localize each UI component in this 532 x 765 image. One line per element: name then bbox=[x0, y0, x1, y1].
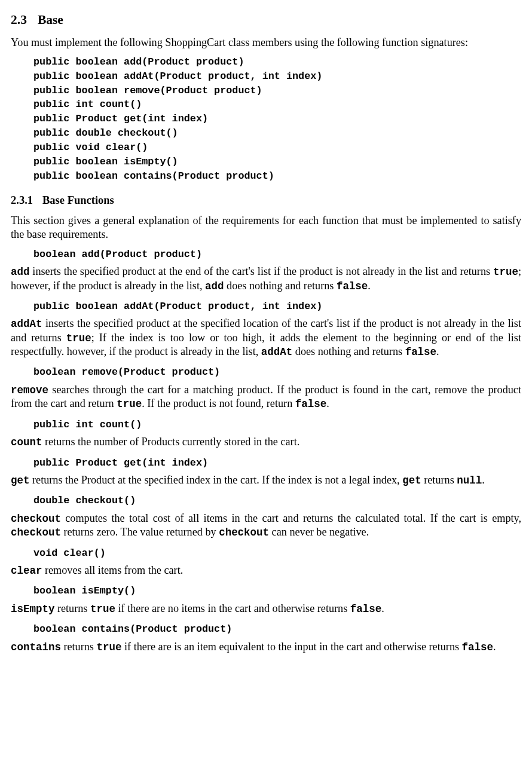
section-title: Base bbox=[38, 13, 63, 27]
function-signature: boolean contains(Product product) bbox=[33, 623, 521, 636]
function-signature: public Product get(int index) bbox=[33, 457, 521, 470]
function-signature: void clear() bbox=[33, 547, 521, 560]
function-description: remove searches through the cart for a m… bbox=[11, 383, 521, 411]
function-description: addAt inserts the specified product at t… bbox=[11, 317, 521, 359]
function-description: contains returns true if there are is an… bbox=[11, 640, 521, 654]
subsection-intro: This section gives a general explanation… bbox=[11, 214, 521, 242]
function-descriptions: boolean add(Product product)add inserts … bbox=[11, 248, 521, 654]
function-signature: boolean add(Product product) bbox=[33, 248, 521, 261]
function-signature: public int count() bbox=[33, 418, 521, 432]
function-description: count returns the number of Products cur… bbox=[11, 435, 521, 449]
section-intro: You must implement the following Shoppin… bbox=[11, 36, 521, 50]
function-description: checkout computes the total cost of all … bbox=[11, 512, 521, 540]
function-signature: public boolean addAt(Product product, in… bbox=[33, 300, 521, 313]
subsection-title: Base Functions bbox=[42, 194, 114, 206]
function-signature: boolean isEmpty() bbox=[33, 585, 521, 598]
function-description: clear removes all items from the cart. bbox=[11, 564, 521, 577]
function-signature: double checkout() bbox=[33, 494, 521, 507]
subsection-heading: 2.3.1Base Functions bbox=[11, 194, 521, 208]
function-description: isEmpty returns true if there are no ite… bbox=[11, 602, 521, 616]
section-heading: 2.3Base bbox=[11, 12, 521, 29]
function-signature: boolean remove(Product product) bbox=[33, 366, 521, 379]
function-description: add inserts the specified product at the… bbox=[11, 265, 521, 293]
section-number: 2.3 bbox=[11, 13, 27, 27]
subsection-number: 2.3.1 bbox=[11, 194, 33, 206]
function-description: get returns the Product at the specified… bbox=[11, 473, 521, 487]
code-block-signatures: public boolean add(Product product) publ… bbox=[33, 55, 521, 183]
